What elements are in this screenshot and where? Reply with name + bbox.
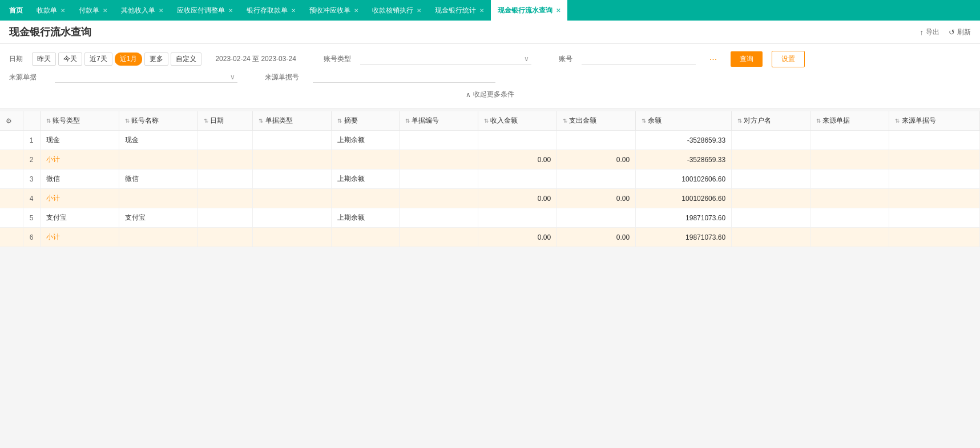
subtotal-label: 小计 [46, 233, 60, 241]
row-number: 3 [23, 169, 40, 189]
cell-date [197, 228, 253, 247]
cell-counterparty [732, 131, 810, 150]
cell-counterparty [732, 228, 810, 247]
query-button[interactable]: 查询 [731, 51, 763, 67]
date-filter-label: 日期 [9, 54, 23, 64]
nav-tab-现金银行流水查询[interactable]: 现金银行流水查询✕ [491, 0, 567, 21]
col-header-account_name[interactable]: ⇅ 账号名称 [119, 111, 197, 131]
collapse-bar[interactable]: ∧ 收起更多条件 [9, 87, 971, 102]
table-row: 3微信微信上期余额100102606.60 [0, 169, 980, 189]
account-input[interactable] [582, 54, 696, 64]
refresh-label: 刷新 [957, 27, 971, 37]
nav-tab-预收冲应收单[interactable]: 预收冲应收单✕ [303, 0, 365, 21]
col-header-source_doc_no[interactable]: ⇅ 来源单据号 [889, 111, 980, 131]
nav-tab-现金银行统计[interactable]: 现金银行统计✕ [428, 0, 491, 21]
cell-date [197, 169, 253, 189]
gear-icon: ⚙ [6, 117, 12, 125]
date-option-更多[interactable]: 更多 [144, 53, 168, 66]
col-header-doc_no[interactable]: ⇅ 单据编号 [400, 111, 478, 131]
col-header-date[interactable]: ⇅ 日期 [197, 111, 253, 131]
cell-income: 0.00 [478, 228, 557, 247]
settings-button[interactable]: 设置 [772, 51, 805, 67]
col-header-account_type[interactable]: ⇅ 账号类型 [40, 111, 119, 131]
nav-tab-银行存取款单[interactable]: 银行存取款单✕ [240, 0, 303, 21]
source-doc-no-input[interactable] [313, 72, 495, 83]
cell-doc-no [400, 189, 478, 208]
col-header-balance[interactable]: ⇅ 余额 [636, 111, 732, 131]
close-icon[interactable]: ✕ [479, 7, 484, 14]
cell-account-name [119, 228, 197, 247]
nav-tab-home[interactable]: 首页 [2, 0, 30, 21]
cell-doc-type [253, 189, 332, 208]
account-type-select[interactable]: ∨ [360, 54, 531, 64]
collapse-icon: ∧ [466, 91, 471, 99]
date-option-近1月[interactable]: 近1月 [115, 53, 143, 66]
cell-expense [557, 208, 636, 228]
row-number: 4 [23, 189, 40, 208]
cell-account-type: 微信 [40, 169, 119, 189]
filter-row-2: 来源单据 ∨ 来源单据号 [9, 72, 971, 83]
nav-tab-其他收入单[interactable]: 其他收入单✕ [114, 0, 170, 21]
close-icon[interactable]: ✕ [354, 7, 358, 14]
col-header-counterparty[interactable]: ⇅ 对方户名 [732, 111, 810, 131]
refresh-action[interactable]: ↺ 刷新 [949, 27, 971, 37]
col-header-expense[interactable]: ⇅ 支出金额 [557, 111, 636, 131]
cell-summary: 上期余额 [332, 131, 400, 150]
export-action[interactable]: ↑ 导出 [920, 27, 940, 37]
nav-tab-收款核销执行[interactable]: 收款核销执行✕ [365, 0, 428, 21]
account-dots-button[interactable]: ··· [709, 54, 717, 64]
col-header-source_doc[interactable]: ⇅ 来源单据 [810, 111, 889, 131]
subtotal-label: 小计 [46, 194, 60, 202]
row-gear [0, 150, 23, 169]
close-icon[interactable]: ✕ [291, 7, 296, 14]
cell-account-name: 现金 [119, 131, 197, 150]
cell-doc-type [253, 131, 332, 150]
cell-source-doc-no [889, 228, 980, 247]
cell-account-name [119, 189, 197, 208]
header-actions: ↑ 导出 ↺ 刷新 [920, 27, 971, 37]
date-option-今天[interactable]: 今天 [58, 53, 82, 66]
cell-balance: -3528659.33 [636, 150, 732, 169]
nav-tab-收款单[interactable]: 收款单✕ [30, 0, 72, 21]
close-icon[interactable]: ✕ [103, 7, 107, 14]
nav-tab-付款单[interactable]: 付款单✕ [72, 0, 114, 21]
cell-counterparty [732, 169, 810, 189]
cell-expense [557, 169, 636, 189]
table-row: 2小计0.000.00-3528659.33 [0, 150, 980, 169]
row-number: 5 [23, 208, 40, 228]
row-number: 6 [23, 228, 40, 247]
cell-summary: 上期余额 [332, 169, 400, 189]
date-option-昨天[interactable]: 昨天 [32, 53, 56, 66]
nav-tab-应收应付调整单[interactable]: 应收应付调整单✕ [170, 0, 240, 21]
cell-income: 0.00 [478, 189, 557, 208]
close-icon[interactable]: ✕ [159, 7, 163, 14]
cell-date [197, 189, 253, 208]
cell-source-doc [810, 228, 889, 247]
close-icon[interactable]: ✕ [417, 7, 421, 14]
col-header-summary[interactable]: ⇅ 摘要 [332, 111, 400, 131]
filter-area: 日期 昨天今天近7天近1月更多自定义 2023-02-24 至 2023-03-… [0, 44, 980, 109]
close-icon[interactable]: ✕ [61, 7, 65, 14]
table-header-row: ⚙⇅ 账号类型⇅ 账号名称⇅ 日期⇅ 单据类型⇅ 摘要⇅ 单据编号⇅ 收入金额⇅… [0, 111, 980, 131]
close-icon[interactable]: ✕ [228, 7, 233, 14]
row-gear [0, 131, 23, 150]
gear-column[interactable]: ⚙ [0, 111, 23, 131]
source-doc-no-label: 来源单据号 [265, 72, 299, 82]
row-number: 2 [23, 150, 40, 169]
cell-doc-type [253, 169, 332, 189]
col-header-income[interactable]: ⇅ 收入金额 [478, 111, 557, 131]
cell-account-type: 支付宝 [40, 208, 119, 228]
close-icon[interactable]: ✕ [556, 7, 560, 14]
cell-income [478, 131, 557, 150]
sort-icon: ⇅ [259, 118, 263, 124]
cell-account-type: 小计 [40, 189, 119, 208]
nav-tab-label: 银行存取款单 [247, 6, 288, 15]
source-doc-select[interactable]: ∨ [55, 72, 237, 83]
date-option-自定义[interactable]: 自定义 [171, 53, 201, 66]
account-type-label: 账号类型 [324, 54, 351, 64]
export-label: 导出 [926, 27, 939, 37]
col-header-doc_type[interactable]: ⇅ 单据类型 [253, 111, 332, 131]
cell-summary [332, 228, 400, 247]
cell-account-type: 小计 [40, 228, 119, 247]
date-option-近7天[interactable]: 近7天 [84, 53, 112, 66]
